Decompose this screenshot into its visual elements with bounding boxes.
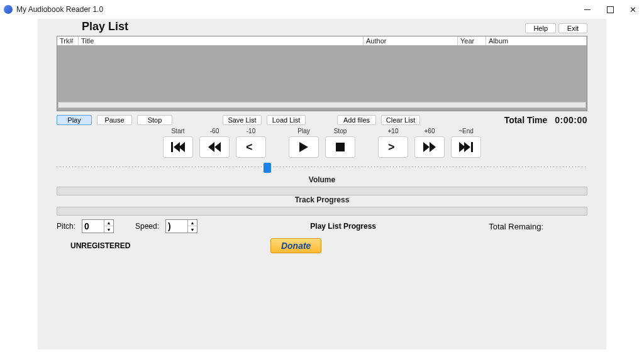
col-album[interactable]: Album [486, 36, 587, 45]
transport-p60-button[interactable] [414, 136, 445, 158]
window-controls [576, 0, 644, 19]
window-title: My Audiobook Reader 1.0 [16, 5, 103, 14]
transport-p60-label: +60 [425, 128, 435, 136]
speed-field[interactable]: ▲▼ [165, 219, 197, 233]
svg-marker-10 [430, 142, 436, 152]
skip-end-icon [459, 142, 473, 152]
svg-rect-0 [171, 142, 173, 152]
transport-start-label: Start [171, 128, 184, 136]
playlist-progress-bar[interactable] [57, 207, 587, 216]
total-time: Total Time 0:00:00 [504, 115, 587, 125]
pitch-input[interactable] [82, 221, 104, 231]
playlist-heading: Play List [82, 20, 128, 33]
step-back-icon: < [246, 142, 256, 152]
load-list-button[interactable]: Load List [267, 115, 306, 125]
svg-marker-3 [208, 142, 214, 152]
transport-m10-button[interactable]: < [236, 136, 266, 158]
col-author[interactable]: Author [364, 36, 458, 45]
svg-marker-4 [214, 142, 221, 152]
clear-list-button[interactable]: Clear List [381, 115, 420, 125]
transport-play-button[interactable] [289, 136, 319, 158]
stop-icon [336, 143, 345, 151]
play-button[interactable]: Play [57, 115, 92, 125]
minimize-button[interactable] [576, 0, 599, 19]
transport-stop-label: Stop [334, 128, 347, 136]
transport-p10-label: +10 [388, 128, 399, 136]
total-time-label: Total Time [504, 115, 548, 125]
volume-label: Volume [57, 175, 587, 184]
transport-m60-button[interactable] [199, 136, 230, 158]
speed-label: Speed: [135, 222, 159, 231]
unregistered-label: UNREGISTERED [70, 241, 130, 250]
transport-end-label: ~End [458, 128, 474, 136]
titlebar: My Audiobook Reader 1.0 [0, 0, 644, 19]
client-area: Play List Help Exit Trk# Title Author Ye… [38, 19, 606, 349]
svg-text:>: > [388, 142, 395, 152]
play-icon [299, 142, 308, 152]
pitch-up[interactable]: ▲ [104, 220, 113, 226]
svg-text:<: < [246, 142, 253, 152]
table-hscrollbar[interactable] [58, 102, 586, 108]
donate-button[interactable]: Donate [270, 238, 321, 253]
svg-marker-12 [464, 142, 470, 152]
transport-end-button[interactable] [451, 136, 481, 158]
playlist-table[interactable]: Trk# Title Author Year Album [57, 36, 587, 111]
transport-stop-button[interactable] [325, 136, 355, 158]
add-files-button[interactable]: Add files [337, 115, 376, 125]
svg-rect-13 [471, 142, 473, 152]
stop-button[interactable]: Stop [137, 115, 172, 125]
track-progress-bar[interactable] [57, 187, 587, 195]
speed-down[interactable]: ▼ [188, 226, 197, 233]
pause-button[interactable]: Pause [97, 115, 132, 125]
col-trk[interactable]: Trk# [57, 36, 79, 45]
speed-input[interactable] [166, 221, 187, 231]
playlist-progress-label: Play List Progress [310, 222, 376, 231]
col-title[interactable]: Title [79, 36, 364, 45]
skip-start-icon [171, 142, 185, 152]
col-year[interactable]: Year [458, 36, 486, 45]
slider-track [57, 167, 587, 167]
app-icon [4, 5, 13, 14]
help-button[interactable]: Help [525, 23, 556, 33]
svg-rect-7 [336, 143, 345, 151]
slider-thumb[interactable] [264, 163, 271, 173]
svg-marker-9 [423, 142, 430, 152]
step-fwd-icon: > [388, 142, 398, 152]
maximize-button[interactable] [599, 0, 621, 19]
total-time-value: 0:00:00 [555, 115, 587, 125]
rewind-icon [208, 142, 221, 152]
transport-play-label: Play [297, 128, 309, 136]
transport-m60-label: -60 [210, 128, 219, 136]
track-progress-label: Track Progress [57, 195, 587, 204]
speed-up[interactable]: ▲ [188, 220, 197, 226]
pitch-down[interactable]: ▼ [104, 226, 113, 233]
pitch-label: Pitch: [57, 222, 75, 231]
pitch-field[interactable]: ▲▼ [82, 219, 114, 233]
transport-p10-button[interactable]: > [378, 136, 408, 158]
total-remaining-label: Total Remaing: [489, 222, 543, 231]
transport-start-button[interactable] [163, 136, 193, 158]
ffwd-icon [423, 142, 436, 152]
exit-button[interactable]: Exit [558, 23, 587, 33]
transport-m10-label: -10 [247, 128, 255, 136]
svg-marker-6 [299, 142, 308, 152]
volume-slider[interactable] [57, 162, 587, 173]
table-header: Trk# Title Author Year Album [57, 36, 587, 46]
save-list-button[interactable]: Save List [223, 115, 262, 125]
close-button[interactable] [621, 0, 644, 19]
